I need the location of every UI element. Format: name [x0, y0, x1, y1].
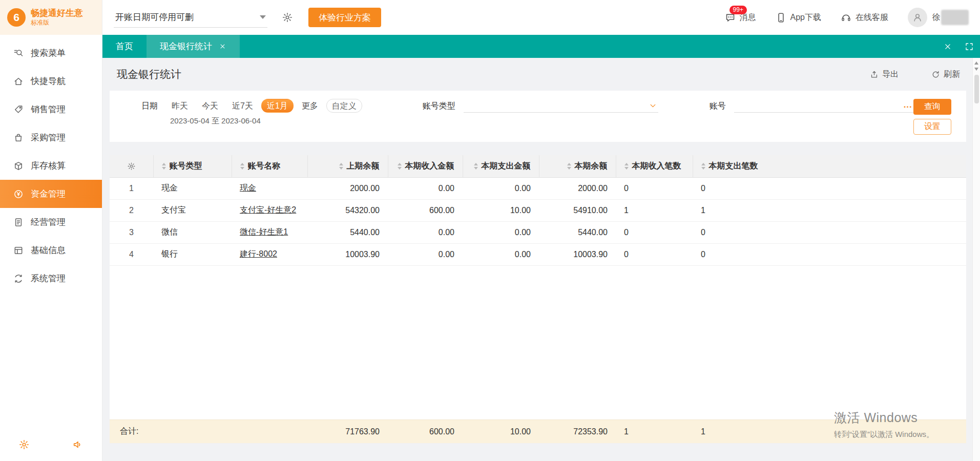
date-option-yesterday[interactable]: 昨天 — [166, 99, 194, 113]
export-button[interactable]: 导出 — [870, 69, 899, 80]
account-name-link[interactable]: 建行-8002 — [240, 249, 277, 258]
price-tag-icon — [13, 104, 24, 115]
account-type-cell: 支付宝 — [153, 199, 232, 221]
sort-icon[interactable] — [474, 163, 478, 170]
online-service-button[interactable]: 在线客服 — [841, 12, 888, 23]
tab-close-icon[interactable] — [219, 43, 226, 50]
table-row: 3 微信 微信-好生意1 5440.00 0.00 0.00 5440.00 0… — [110, 221, 966, 243]
sidebar-item-quick-nav[interactable]: 快捷导航 — [0, 67, 102, 95]
current-balance-cell: 54910.00 — [539, 199, 616, 221]
sidebar-item-search-menu[interactable]: 搜索菜单 — [0, 39, 102, 67]
refresh-button[interactable]: 刷新 — [931, 69, 960, 80]
scroll-up-icon[interactable] — [974, 60, 979, 66]
scrollbar-thumb[interactable] — [974, 75, 979, 103]
page-title: 现金银行统计 — [117, 67, 181, 81]
tab-cash-bank-stats[interactable]: 现金银行统计 — [147, 35, 240, 58]
column-header-income-amount[interactable]: 本期收入金额 — [388, 155, 463, 177]
sort-icon[interactable] — [339, 163, 343, 170]
tabbar-fullscreen-icon[interactable] — [958, 35, 980, 58]
brand-logo: 6 畅捷通好生意 标准版 — [0, 0, 102, 35]
table-row: 1 现金 现金 2000.00 0.00 0.00 2000.00 0 0 — [110, 177, 966, 199]
sidebar-menu: 搜索菜单 快捷导航 销售管理 采购管理 库存核算 资金管理 — [0, 35, 102, 428]
date-filter-label: 日期 — [141, 99, 158, 113]
settings-gear-icon[interactable] — [18, 439, 30, 450]
income-count-cell: 0 — [616, 221, 693, 243]
date-option-last7days[interactable]: 近7天 — [226, 99, 259, 113]
column-header-current-balance[interactable]: 本期余额 — [539, 155, 616, 177]
sidebar-item-funds[interactable]: 资金管理 — [0, 180, 102, 208]
current-balance-cell: 5440.00 — [539, 221, 616, 243]
results-table: 账号类型 账号名称 上期余额 本期收入金额 本期支出金额 本期余额 本期收入笔数… — [110, 155, 966, 266]
table-header-row: 账号类型 账号名称 上期余额 本期收入金额 本期支出金额 本期余额 本期收入笔数… — [110, 155, 966, 177]
tabbar-close-icon[interactable] — [937, 35, 958, 58]
account-name-link[interactable]: 支付宝-好生意2 — [240, 205, 296, 214]
column-header-prev-balance[interactable]: 上期余额 — [307, 155, 388, 177]
account-more-icon[interactable]: ... — [904, 99, 912, 111]
sort-icon[interactable] — [240, 163, 244, 170]
sidebar-item-purchase[interactable]: 采购管理 — [0, 123, 102, 152]
filter-bar: 日期 昨天 今天 近7天 近1月 更多 自定义 2023-05-04 至 202… — [110, 91, 966, 142]
sidebar-item-system[interactable]: 系统管理 — [0, 264, 102, 292]
settings-button[interactable]: 设置 — [913, 119, 951, 135]
account-name-link[interactable]: 现金 — [240, 183, 256, 192]
sidebar-item-basics[interactable]: 基础信息 — [0, 236, 102, 264]
column-header-expense-count[interactable]: 本期支出笔数 — [693, 155, 966, 177]
topbar-gear-icon[interactable] — [282, 12, 293, 23]
sidebar-item-label: 基础信息 — [31, 244, 66, 256]
column-header-account-name[interactable]: 账号名称 — [232, 155, 307, 177]
query-button[interactable]: 查询 — [913, 99, 951, 115]
totals-expense-count: 1 — [693, 420, 966, 444]
sort-icon[interactable] — [162, 163, 166, 170]
sort-icon[interactable] — [398, 163, 402, 170]
search-icon — [13, 48, 24, 58]
column-header-expense-amount[interactable]: 本期支出金额 — [463, 155, 539, 177]
online-service-label: 在线客服 — [856, 12, 888, 23]
vertical-scrollbar[interactable] — [972, 58, 980, 461]
messages-button[interactable]: 99+ 消息 — [725, 12, 756, 23]
totals-label: 合计: — [110, 420, 153, 444]
row-number: 3 — [110, 221, 153, 243]
sort-icon[interactable] — [567, 163, 571, 170]
scroll-down-icon[interactable] — [974, 66, 979, 72]
table-grid-icon — [13, 245, 24, 256]
totals-prev-balance: 71763.90 — [307, 420, 388, 444]
date-option-today[interactable]: 今天 — [196, 99, 224, 113]
home-icon — [13, 76, 24, 87]
sidebar-item-operations[interactable]: 经营管理 — [0, 208, 102, 236]
column-header-income-count[interactable]: 本期收入笔数 — [616, 155, 693, 177]
sidebar-item-inventory[interactable]: 库存核算 — [0, 152, 102, 180]
tab-label: 现金银行统计 — [160, 40, 212, 52]
column-header-account-type[interactable]: 账号类型 — [153, 155, 232, 177]
account-input[interactable]: ... — [734, 99, 913, 113]
announcement-speaker-icon[interactable] — [72, 439, 84, 450]
avatar — [908, 8, 927, 27]
date-option-last-month[interactable]: 近1月 — [261, 99, 294, 113]
app-download-button[interactable]: App下载 — [776, 12, 821, 23]
date-option-more[interactable]: 更多 — [296, 99, 324, 113]
sidebar-item-label: 经营管理 — [31, 216, 66, 228]
account-type-select[interactable] — [464, 99, 658, 113]
export-icon — [870, 70, 879, 79]
column-settings-header[interactable] — [110, 155, 153, 177]
user-menu[interactable]: 徐 — [908, 8, 969, 27]
sort-icon[interactable] — [701, 163, 705, 170]
sort-icon[interactable] — [624, 163, 629, 170]
column-settings-gear-icon[interactable] — [127, 162, 136, 171]
messages-badge: 99+ — [729, 6, 747, 14]
trial-solution-button[interactable]: 体验行业方案 — [308, 8, 381, 27]
table-empty-space — [110, 266, 966, 420]
ledger-select-value: 开账日期可停用可删 — [115, 11, 194, 23]
date-option-custom[interactable]: 自定义 — [326, 99, 362, 113]
refresh-icon — [931, 70, 940, 79]
expense-amount-cell: 0.00 — [463, 243, 539, 265]
page-content: 现金银行统计 导出 刷新 日期 — [102, 58, 980, 461]
topbar: 开账日期可停用可删 体验行业方案 99+ 消息 App下载 在线客服 — [102, 0, 980, 35]
shopping-bag-icon — [13, 133, 24, 143]
income-amount-cell: 0.00 — [388, 177, 463, 199]
account-name-link[interactable]: 微信-好生意1 — [240, 227, 288, 236]
chevron-down-icon — [649, 101, 657, 110]
totals-row: 合计: 71763.90 600.00 10.00 72353.90 1 1 — [110, 420, 966, 444]
tab-home[interactable]: 首页 — [102, 35, 147, 58]
sidebar-item-sales[interactable]: 销售管理 — [0, 95, 102, 123]
ledger-select[interactable]: 开账日期可停用可删 — [114, 7, 267, 28]
